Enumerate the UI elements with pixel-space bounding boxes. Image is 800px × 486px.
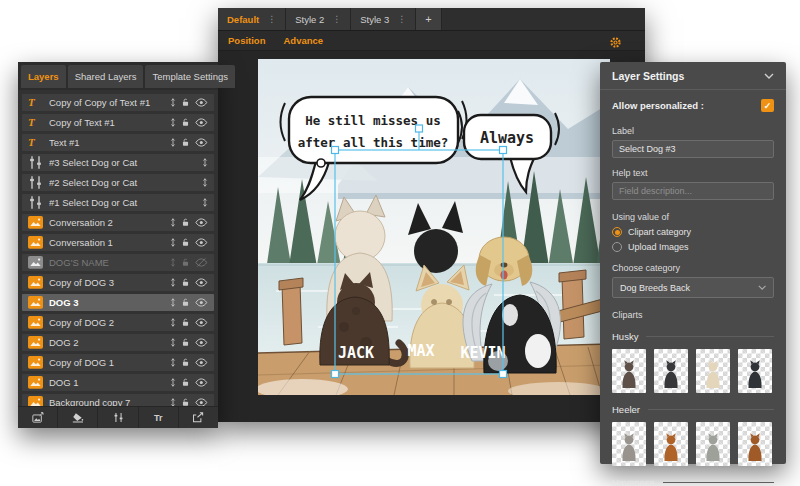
layer-row-1-select-dog-or-cat[interactable]: #1 Select Dog or Cat — [22, 194, 214, 211]
lock-icon[interactable] — [181, 238, 190, 247]
layer-row-dog-s-name[interactable]: DOG'S NAME — [22, 254, 214, 271]
move-icon[interactable] — [170, 98, 176, 107]
resize-handle-nw[interactable] — [332, 147, 339, 154]
tab-advance[interactable]: Advance — [283, 35, 323, 46]
move-icon[interactable] — [202, 178, 208, 187]
add-style-tab-button[interactable]: + — [416, 8, 441, 30]
lock-icon[interactable] — [181, 318, 190, 327]
panel-tab-shared-layers[interactable]: Shared Layers — [68, 65, 144, 88]
lock-icon[interactable] — [181, 298, 190, 307]
panel-tab-template-settings[interactable]: Template Settings — [145, 65, 235, 88]
eye-icon[interactable] — [195, 338, 208, 347]
resize-handle-ne[interactable] — [500, 147, 507, 154]
help-text-input[interactable] — [612, 182, 774, 200]
layer-row-conversation-2[interactable]: Conversation 2 — [22, 214, 214, 231]
style-tab-style-2[interactable]: Style 2⋮ — [286, 8, 351, 30]
panel-tab-layers[interactable]: Layers — [21, 65, 66, 88]
resize-handle-sw[interactable] — [332, 371, 339, 378]
tab-position[interactable]: Position — [228, 35, 265, 46]
export-button[interactable] — [178, 407, 218, 428]
clipart-thumb[interactable] — [696, 349, 730, 393]
eye-icon[interactable] — [195, 138, 208, 147]
lock-icon[interactable] — [181, 378, 190, 387]
radio-icon[interactable] — [612, 227, 622, 237]
layer-row-dog-3[interactable]: DOG 3 — [22, 294, 214, 311]
layer-row-dog-1[interactable]: DOG 1 — [22, 374, 214, 391]
eye-icon[interactable] — [195, 278, 208, 287]
clipart-thumb[interactable] — [738, 422, 772, 466]
layer-row-copy-of-copy-of-text-1[interactable]: TCopy of Copy of Text #1 — [22, 94, 214, 111]
eye-off-icon[interactable] — [195, 258, 208, 267]
eye-icon[interactable] — [195, 118, 208, 127]
move-icon[interactable] — [170, 318, 176, 327]
lock-icon[interactable] — [181, 358, 190, 367]
lock-icon[interactable] — [181, 118, 190, 127]
move-icon[interactable] — [170, 358, 176, 367]
lock-icon[interactable] — [181, 278, 190, 287]
resize-handle-se[interactable] — [500, 371, 507, 378]
move-icon[interactable] — [170, 278, 176, 287]
move-icon[interactable] — [202, 198, 208, 207]
design-canvas[interactable]: JACK MAX KEVIN He still misses — [258, 59, 610, 395]
category-select[interactable]: Dog Breeds Back — [612, 277, 774, 298]
move-icon[interactable] — [170, 338, 176, 347]
clipart-thumb[interactable] — [612, 349, 646, 393]
rotate-handle[interactable] — [416, 125, 423, 132]
eye-icon[interactable] — [195, 98, 208, 107]
radio-option-upload-images[interactable]: Upload Images — [612, 242, 774, 252]
layer-row-text-1[interactable]: TText #1 — [22, 134, 214, 151]
clipart-thumb[interactable] — [738, 349, 772, 393]
move-icon[interactable] — [170, 138, 176, 147]
tab-menu-icon[interactable]: ⋮ — [332, 14, 341, 24]
clipart-thumb[interactable] — [654, 349, 688, 393]
layer-row-copy-of-text-1[interactable]: TCopy of Text #1 — [22, 114, 214, 131]
style-tab-default[interactable]: Default⋮ — [218, 8, 286, 30]
tab-menu-icon[interactable]: ⋮ — [397, 14, 406, 24]
move-icon[interactable] — [170, 298, 176, 307]
tab-menu-icon[interactable]: ⋮ — [267, 14, 276, 24]
eye-icon[interactable] — [195, 398, 208, 406]
eye-icon[interactable] — [195, 358, 208, 367]
move-icon[interactable] — [202, 158, 208, 167]
clipart-thumb[interactable] — [696, 422, 730, 466]
fill-tool-button[interactable] — [57, 407, 97, 428]
lock-icon[interactable] — [181, 398, 190, 406]
clipart-thumbs — [612, 422, 774, 466]
layer-row-conversation-1[interactable]: Conversation 1 — [22, 234, 214, 251]
layer-row-dog-2[interactable]: DOG 2 — [22, 334, 214, 351]
adjust-tool-button[interactable] — [97, 407, 137, 428]
radio-option-clipart-category[interactable]: Clipart category — [612, 227, 774, 237]
move-icon[interactable] — [170, 118, 176, 127]
lock-icon[interactable] — [181, 258, 190, 267]
allow-personalized-checkbox[interactable]: ✓ — [761, 99, 774, 112]
move-icon[interactable] — [170, 238, 176, 247]
eye-icon[interactable] — [195, 238, 208, 247]
text-tool-button[interactable]: Tr — [138, 407, 178, 428]
layer-row-copy-of-dog-1[interactable]: Copy of DOG 1 — [22, 354, 214, 371]
clipart-thumb[interactable] — [654, 422, 688, 466]
eye-icon[interactable] — [195, 318, 208, 327]
move-icon[interactable] — [170, 258, 176, 267]
move-icon[interactable] — [170, 378, 176, 387]
layer-settings-header[interactable]: Layer Settings — [600, 62, 786, 90]
move-icon[interactable] — [170, 398, 176, 406]
layer-row-copy-of-dog-3[interactable]: Copy of DOG 3 — [22, 274, 214, 291]
layer-row-background-copy-7[interactable]: Background copy 7 — [22, 394, 214, 406]
style-tab-style-3[interactable]: Style 3⋮ — [351, 8, 416, 30]
lock-icon[interactable] — [181, 98, 190, 107]
eye-icon[interactable] — [195, 218, 208, 227]
lock-icon[interactable] — [181, 338, 190, 347]
eye-icon[interactable] — [195, 378, 208, 387]
move-icon[interactable] — [170, 218, 176, 227]
layer-row-copy-of-dog-2[interactable]: Copy of DOG 2 — [22, 314, 214, 331]
lock-icon[interactable] — [181, 218, 190, 227]
layer-row-3-select-dog-or-cat[interactable]: #3 Select Dog or Cat — [22, 154, 214, 171]
label-input[interactable] — [612, 140, 774, 158]
settings-gear-button[interactable] — [609, 33, 622, 51]
insert-image-button[interactable] — [18, 407, 57, 428]
layer-row-2-select-dog-or-cat[interactable]: #2 Select Dog or Cat — [22, 174, 214, 191]
lock-icon[interactable] — [181, 138, 190, 147]
clipart-thumb[interactable] — [612, 422, 646, 466]
eye-icon[interactable] — [195, 298, 208, 307]
radio-icon[interactable] — [612, 242, 622, 252]
